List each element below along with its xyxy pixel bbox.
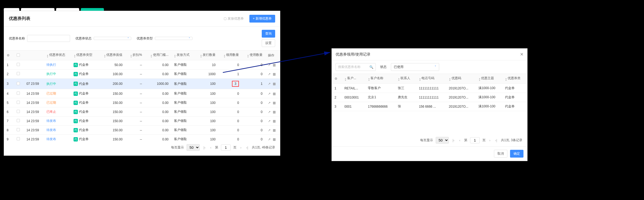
checkbox[interactable] (17, 137, 20, 140)
external-link-icon[interactable]: ↗ (268, 137, 271, 141)
coupon-status-select[interactable]: ˅ (94, 37, 131, 40)
checkbox[interactable] (17, 72, 20, 75)
row-checkbox[interactable] (14, 89, 24, 98)
row-checkbox[interactable] (14, 70, 24, 79)
first-page-icon[interactable]: |‹ (452, 139, 456, 142)
external-link-icon[interactable]: ↗ (268, 63, 271, 67)
external-link-icon[interactable]: ↗ (268, 119, 271, 123)
row-checkbox[interactable] (14, 107, 24, 117)
checkbox[interactable] (17, 92, 20, 95)
checkbox[interactable] (17, 82, 20, 85)
row-received[interactable]: 3 (218, 79, 242, 89)
col-method[interactable]: ▲▼发放方式 (171, 50, 195, 60)
search-input[interactable]: 搜索优惠券名称 🔍 (336, 63, 376, 71)
checkbox[interactable] (17, 110, 20, 113)
per-page-select[interactable]: 50 (436, 137, 449, 144)
table-row[interactable]: 414 23:59已过期代代金券150.00--0.00客户领取10000↗▦ (4, 89, 280, 98)
col-code[interactable]: ▲▼优惠码 (446, 74, 476, 84)
table-row[interactable]: 2执行中代代金券100.00--0.00客户领取100010↗▦ (4, 70, 280, 79)
qr-icon[interactable]: ▦ (273, 92, 276, 96)
add-coupon-button[interactable]: + 新增优惠券 (249, 15, 275, 23)
coupon-name-input[interactable] (27, 35, 70, 42)
col-cust-name[interactable]: ▲▼客户名称 (365, 74, 395, 84)
distribute-coupon-button[interactable]: ▢ 发放优惠券 (220, 15, 247, 23)
next-page-icon[interactable]: › (488, 139, 492, 142)
per-page-select[interactable]: 50 (187, 144, 200, 151)
row-received[interactable]: 0 (218, 107, 242, 117)
row-received[interactable]: 0 (218, 98, 242, 107)
first-page-icon[interactable]: |‹ (202, 146, 206, 150)
next-page-icon[interactable]: › (239, 146, 242, 150)
qr-icon[interactable]: ▦ (273, 101, 276, 105)
last-page-icon[interactable]: ›| (494, 139, 498, 142)
last-page-icon[interactable]: ›| (245, 146, 249, 150)
external-link-icon[interactable]: ↗ (268, 128, 271, 132)
col-gear[interactable]: ⚙ (332, 74, 342, 84)
checkbox-all[interactable] (17, 53, 20, 57)
settings-button[interactable]: 设置 (262, 39, 275, 47)
qr-icon[interactable]: ▦ (273, 82, 276, 86)
row-checkbox[interactable] (14, 60, 24, 70)
col-contact[interactable]: ▲▼联系人 (395, 74, 416, 84)
prev-page-icon[interactable]: ‹ (458, 139, 461, 142)
external-link-icon[interactable]: ↗ (268, 92, 271, 96)
row-received[interactable]: 0 (218, 135, 242, 142)
row-checkbox[interactable] (14, 135, 24, 142)
row-checkbox[interactable] (14, 117, 24, 126)
ok-button[interactable]: 确定 (510, 150, 523, 158)
external-link-icon[interactable]: ↗ (268, 101, 271, 105)
query-button[interactable]: 查询 (262, 30, 275, 38)
col-topic[interactable]: ▲▼优惠主题 (476, 74, 502, 84)
table-row[interactable]: 914 23:59待发布代代金券150.00--0.00客户领取10000↗▦ (4, 135, 280, 142)
row-received[interactable]: 0 (218, 60, 242, 70)
status-filter-select[interactable]: 已使用 ˅ (391, 63, 439, 71)
table-row[interactable]: 614 23:59已终止代代金券150.00--0.00客户领取10000↗▦ (4, 107, 280, 117)
close-icon[interactable]: ✕ (520, 52, 523, 57)
col-discount[interactable]: ▲▼折扣% (125, 50, 145, 60)
external-link-icon[interactable]: ↗ (268, 72, 271, 76)
col-checkbox[interactable] (14, 50, 24, 60)
row-checkbox[interactable] (14, 126, 24, 135)
cancel-button[interactable]: 取消 (494, 150, 507, 158)
checkbox[interactable] (17, 63, 20, 66)
qr-icon[interactable]: ▦ (273, 72, 276, 76)
external-link-icon[interactable]: ↗ (268, 82, 271, 86)
row-received[interactable]: 0 (218, 89, 242, 98)
row-received[interactable]: 0 (218, 126, 242, 135)
qr-icon[interactable]: ▦ (273, 110, 276, 114)
col-face[interactable]: ▲▼优惠券面值 (98, 50, 125, 60)
checkbox[interactable] (17, 101, 20, 104)
col-threshold[interactable]: ▲▼使用门槛... (145, 50, 171, 60)
col-phone[interactable]: ▲▼电话号码 (416, 74, 446, 84)
col-received[interactable]: ▲▼领用数量 (218, 50, 242, 60)
table-row[interactable]: 1RETAIL...零散客户张三1111111111120191207O...满… (332, 84, 527, 93)
table-row[interactable]: 3000117666666666张156 6666 ...20191207O..… (332, 102, 527, 111)
row-received[interactable]: 1 (218, 70, 242, 79)
row-checkbox[interactable] (14, 79, 24, 89)
col-ctype[interactable]: ▲▼优惠券类 (502, 74, 527, 84)
prev-page-icon[interactable]: ‹ (209, 146, 212, 150)
table-row[interactable]: 714 23:59待发布代代金券150.00--0.00客户领取10000↗▦ (4, 117, 280, 126)
table-row[interactable]: 307 23:59执行中代代金券200.00--1000.00客户领取10031… (4, 79, 280, 89)
checkbox[interactable] (17, 119, 20, 122)
qr-icon[interactable]: ▦ (273, 63, 276, 67)
page-input[interactable] (221, 144, 231, 151)
table-row[interactable]: 514 23:59已过期代代金券150.00--0.00客户领取10000↗▦ (4, 98, 280, 107)
col-status[interactable]: ▲▼优惠券状态 (44, 50, 71, 60)
table-row[interactable]: 200010001北京1唐先生1111111111120191207O...满1… (332, 93, 527, 102)
col-time[interactable] (24, 50, 44, 60)
row-received[interactable]: 0 (218, 117, 242, 126)
col-used[interactable]: ▲▼使用数量 (242, 50, 265, 60)
page-input[interactable] (470, 137, 480, 143)
qr-icon[interactable]: ▦ (273, 137, 276, 141)
col-gear[interactable]: ⚙ (4, 50, 14, 60)
table-row[interactable]: 814 23:59待发布代代金券150.00--0.00客户领取10000↗▦ (4, 126, 280, 135)
col-cust-no[interactable]: ▲▼客户... (342, 74, 365, 84)
col-issued[interactable]: ▲▼发行数量 (195, 50, 218, 60)
table-row[interactable]: 1待执行代代金券50.00--0.00客户领取1000↗▦ (4, 60, 280, 70)
coupon-type-select[interactable]: ˅ (155, 37, 192, 40)
qr-icon[interactable]: ▦ (273, 119, 276, 123)
col-type[interactable]: ▲▼优惠券类型 (71, 50, 98, 60)
row-checkbox[interactable] (14, 98, 24, 107)
external-link-icon[interactable]: ↗ (268, 110, 271, 114)
